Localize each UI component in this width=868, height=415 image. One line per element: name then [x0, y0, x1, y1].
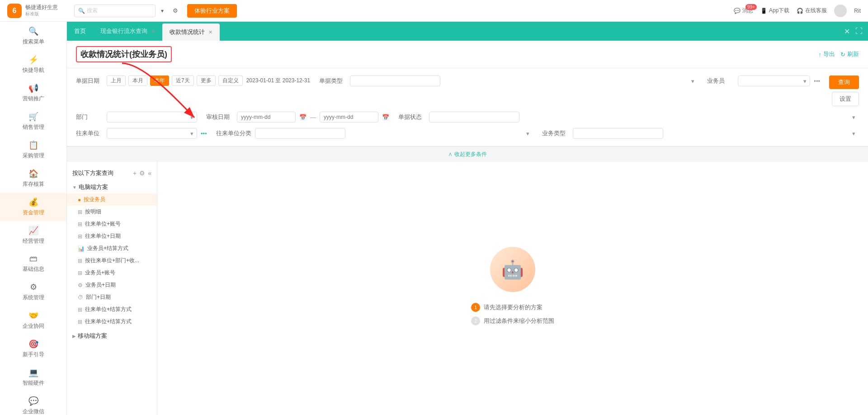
- sidebar-item-weixin[interactable]: 💬 企业微信: [0, 391, 66, 415]
- date-shortcuts: 上月 本月 本年 近7天 更多 自定义: [107, 75, 243, 86]
- schema-group-mobile-header[interactable]: ▶ 移动端方案: [67, 330, 157, 342]
- newbie-icon: 🎯: [28, 339, 38, 349]
- schema-item-7[interactable]: ⚙ 业务员+日期: [67, 279, 157, 291]
- empty-step-1: 1 请先选择要分析的方案: [471, 303, 554, 312]
- username-label: Rit: [854, 8, 861, 14]
- schema-item-3[interactable]: ⊞ 往来单位+日期: [67, 230, 157, 242]
- schema-item-6[interactable]: ⊞ 业务员+账号: [67, 267, 157, 279]
- business-type-select[interactable]: [573, 128, 663, 139]
- tab-expand-icon[interactable]: ⛶: [855, 27, 863, 35]
- review-date-from[interactable]: [237, 112, 296, 123]
- schema-group-pc-header[interactable]: ▼ 电脑端方案: [67, 181, 157, 193]
- message-button[interactable]: 💬 消息 99+: [734, 7, 753, 14]
- sidebar: 🔍 搜索菜单 ⚡ 快捷导航 📢 营销推广 🛒 销售管理 📋 采购管理 🏠 库存核…: [0, 22, 67, 415]
- sidebar-item-system[interactable]: ⚙ 系统管理: [0, 278, 66, 306]
- empty-illustration: 🤖: [490, 247, 535, 292]
- tab-revenue-stats-close[interactable]: ✕: [208, 29, 212, 35]
- review-date-to[interactable]: [320, 112, 378, 123]
- schema-add-icon[interactable]: +: [133, 170, 137, 177]
- date-btn-this-year[interactable]: 本年: [150, 75, 169, 86]
- filter-actions: 查询 设置: [829, 75, 859, 106]
- schema-item-1[interactable]: ⊞ 按明细: [67, 206, 157, 218]
- department-select[interactable]: [107, 112, 197, 123]
- customer-select[interactable]: [107, 128, 197, 139]
- header-dropdown[interactable]: ▾: [161, 8, 164, 14]
- sidebar-item-marketing[interactable]: 📢 营销推广: [0, 79, 66, 107]
- chevron-down-icon: ▾: [161, 8, 164, 14]
- schema-item-10-icon: ⊞: [78, 319, 82, 325]
- sidebar-item-operations[interactable]: 📈 经营管理: [0, 221, 66, 250]
- logo-text: 畅捷通好生意: [25, 4, 58, 11]
- page-title: 收款情况统计(按业务员): [80, 49, 167, 60]
- schema-item-9[interactable]: ⊞ 往来单位+结算方式: [67, 303, 157, 316]
- tab-revenue-stats[interactable]: 收款情况统计 ✕: [162, 24, 220, 41]
- schema-item-4-icon: 📊: [78, 245, 85, 252]
- query-button[interactable]: 查询: [829, 75, 859, 89]
- schema-item-7-icon: ⚙: [78, 282, 83, 288]
- purchase-icon: 📋: [28, 140, 38, 150]
- date-btn-7days[interactable]: 近7天: [172, 75, 194, 86]
- tab-close-all-icon[interactable]: ✕: [844, 27, 850, 36]
- calendar-to-icon[interactable]: 📅: [382, 114, 389, 121]
- schema-item-8[interactable]: ⏱ 部门+日期: [67, 291, 157, 303]
- date-btn-this-month[interactable]: 本月: [128, 75, 147, 86]
- avatar[interactable]: [834, 5, 847, 17]
- sidebar-item-search[interactable]: 🔍 搜索菜单: [0, 22, 66, 50]
- review-date-label: 审核日期: [206, 113, 233, 121]
- schema-item-5[interactable]: ⊞ 按往来单位+部门+收...: [67, 255, 157, 267]
- header-search[interactable]: 🔍 搜索: [74, 5, 156, 17]
- schema-item-4[interactable]: 📊 业务员+结算方式: [67, 242, 157, 255]
- schema-item-6-icon: ⊞: [78, 270, 82, 276]
- tab-bank-query[interactable]: 现金银行流水查询 ✕: [93, 22, 162, 41]
- salesperson-more-icon[interactable]: •••: [814, 78, 820, 85]
- gear-icon[interactable]: ⚙: [169, 5, 182, 17]
- date-btn-last-month[interactable]: 上月: [107, 75, 126, 86]
- collapse-bar[interactable]: ∧ 收起更多条件: [67, 146, 868, 162]
- refresh-button[interactable]: ↻ 刷新: [840, 50, 859, 58]
- sidebar-item-finance[interactable]: 💰 资金管理: [0, 193, 66, 221]
- sidebar-item-quicknav[interactable]: ⚡ 快捷导航: [0, 50, 66, 79]
- system-icon: ⚙: [30, 282, 37, 292]
- schema-header-icons: + ⚙ «: [133, 170, 151, 177]
- schema-item-0[interactable]: ● 按业务员: [67, 193, 157, 206]
- filter-panel: 单据日期 上月 本月 本年 近7天 更多 自定义 2023-01-01 至 20…: [67, 68, 868, 146]
- sidebar-item-collab[interactable]: 🤝 企业协同: [0, 306, 66, 335]
- schema-item-10[interactable]: ⊞ 往来单位+结算方式: [67, 316, 157, 328]
- voucher-type-label: 单据类型: [319, 77, 346, 85]
- export-button[interactable]: ↑ 导出: [819, 50, 835, 58]
- message-badge: 99+: [745, 4, 757, 10]
- trial-button[interactable]: 体验行业方案: [187, 4, 237, 18]
- schema-item-2[interactable]: ⊞ 往来单位+账号: [67, 218, 157, 230]
- date-btn-custom[interactable]: 自定义: [218, 75, 243, 86]
- voucher-type-select[interactable]: [350, 75, 440, 86]
- group-arrow-icon: ▼: [72, 185, 77, 190]
- tab-bank-query-close[interactable]: ✕: [151, 28, 155, 34]
- customer-more-icon[interactable]: •••: [201, 130, 207, 137]
- logo-badge: 标准版: [25, 11, 58, 17]
- sidebar-item-newbie[interactable]: 🎯 新手引导: [0, 335, 66, 363]
- date-btn-more[interactable]: 更多: [197, 75, 216, 86]
- app-download-button[interactable]: 📱 App下载: [760, 7, 789, 14]
- calendar-from-icon[interactable]: 📅: [299, 114, 307, 121]
- customer-category-select[interactable]: [255, 128, 345, 139]
- sidebar-item-inventory[interactable]: 🏠 库存核算: [0, 164, 66, 193]
- marketing-icon: 📢: [28, 83, 38, 93]
- salesperson-select[interactable]: [738, 75, 810, 86]
- setting-button[interactable]: 设置: [832, 92, 859, 106]
- inventory-icon: 🏠: [28, 169, 38, 179]
- sidebar-item-base-info[interactable]: 🗃 基础信息: [0, 250, 66, 278]
- voucher-status-select[interactable]: [429, 112, 519, 123]
- sidebar-item-hardware[interactable]: 💻 智能硬件: [0, 363, 66, 391]
- online-service-button[interactable]: 🎧 在线客服: [797, 7, 827, 14]
- logo-area: 6 畅捷通好生意 标准版: [7, 4, 74, 18]
- sidebar-item-sales[interactable]: 🛒 销售管理: [0, 107, 66, 136]
- schema-settings-icon[interactable]: ⚙: [139, 170, 145, 177]
- tab-home[interactable]: 首页: [67, 22, 93, 41]
- schema-collapse-icon[interactable]: «: [148, 170, 151, 177]
- page-header: 收款情况统计(按业务员) ↑ 导出 ↻ 刷新: [67, 41, 868, 68]
- step-num-2: 2: [471, 316, 480, 325]
- step-num-1: 1: [471, 303, 480, 312]
- sidebar-item-purchase[interactable]: 📋 采购管理: [0, 136, 66, 164]
- finance-icon: 💰: [28, 197, 38, 207]
- voucher-status-label: 单据状态: [398, 113, 425, 121]
